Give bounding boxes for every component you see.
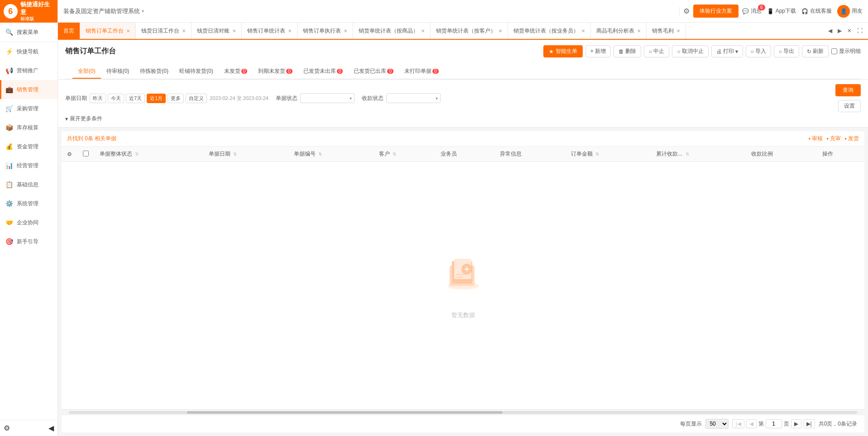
- show-detail-checkbox[interactable]: [831, 48, 837, 54]
- smart-create-btn[interactable]: ★ 智能生单: [543, 45, 583, 57]
- select-all-checkbox[interactable]: [83, 151, 89, 156]
- review-action-btn[interactable]: 审核: [808, 135, 823, 142]
- sort-icon[interactable]: ⇅: [595, 152, 599, 156]
- tab-close-icon[interactable]: ✕: [232, 28, 236, 33]
- sort-icon[interactable]: ⇅: [686, 152, 689, 156]
- tab-close-all-btn[interactable]: ✕: [845, 27, 854, 35]
- horizontal-scrollbar[interactable]: [62, 409, 864, 415]
- expand-more-btn[interactable]: ▾ 展开更多条件: [65, 115, 861, 123]
- subtab-pending-pick[interactable]: 待拣验货(0): [134, 65, 174, 79]
- export-btn[interactable]: ○ 导出: [774, 45, 799, 57]
- tab-close-icon[interactable]: ✕: [344, 28, 347, 33]
- sidebar-item-sales[interactable]: 💼 销售管理: [0, 80, 58, 99]
- tab-margin-analysis[interactable]: 商品毛利分析表 ✕: [591, 23, 647, 39]
- print-btn[interactable]: 🖨 打印 ▾: [711, 45, 743, 57]
- sidebar-item-purchase[interactable]: 🛒 采购管理: [0, 99, 58, 118]
- date-btn-more[interactable]: 更多: [168, 94, 184, 103]
- page-prev-btn[interactable]: ◀: [746, 419, 757, 428]
- message-btn[interactable]: 💬 消息 6: [742, 7, 762, 15]
- tab-close-icon[interactable]: ✕: [126, 28, 130, 33]
- stop-btn[interactable]: ○ 中止: [644, 45, 669, 57]
- collapse-icon[interactable]: ◀: [48, 424, 54, 432]
- query-btn[interactable]: 查询: [835, 84, 861, 96]
- sidebar-item-search[interactable]: 🔍 搜索菜单: [0, 23, 58, 42]
- th-checkbox[interactable]: [77, 147, 94, 162]
- sort-icon[interactable]: ⇅: [135, 152, 139, 156]
- tab-sales-product[interactable]: 销货单统计表（按商品） ✕: [353, 23, 431, 39]
- tab-close-icon[interactable]: ✕: [637, 28, 641, 33]
- tab-close-icon[interactable]: ✕: [581, 28, 585, 33]
- tab-home[interactable]: 首页: [58, 23, 80, 39]
- sidebar-item-base[interactable]: 📋 基础信息: [0, 175, 58, 194]
- subtab-wangpu[interactable]: 旺铺待发货(0): [174, 65, 219, 79]
- page-last-btn[interactable]: ▶|: [803, 419, 815, 428]
- settings-btn[interactable]: ⚙: [683, 7, 690, 15]
- sort-icon[interactable]: ⇅: [318, 152, 322, 156]
- page-number-input[interactable]: [766, 419, 782, 428]
- sidebar-item-quicknav[interactable]: ⚡ 快捷导航: [0, 42, 58, 61]
- tab-sales-order[interactable]: 销售订单工作台 ✕: [80, 23, 136, 40]
- sort-icon[interactable]: ⇅: [393, 152, 396, 156]
- sort-icon[interactable]: ⇅: [233, 152, 237, 156]
- date-btn-7days[interactable]: 近7天: [126, 94, 145, 103]
- date-btn-today[interactable]: 今天: [108, 94, 124, 103]
- tab-close-icon[interactable]: ✕: [421, 28, 425, 33]
- cancel-review-action-btn[interactable]: 充审: [826, 135, 841, 142]
- page-suffix: 页: [784, 420, 789, 428]
- ship-action-btn[interactable]: 发货: [844, 135, 859, 142]
- tab-close-icon[interactable]: ✕: [182, 28, 186, 33]
- table-header-row: ⚙ 单据整体状态 ⇅ 单据日期 ⇅: [62, 147, 864, 162]
- tab-sales-exec[interactable]: 销售订单执行表 ✕: [297, 23, 353, 39]
- status-select[interactable]: [300, 93, 355, 103]
- collection-select[interactable]: [386, 93, 441, 103]
- th-settings[interactable]: ⚙: [62, 147, 77, 162]
- sidebar-item-management[interactable]: 📊 经营管理: [0, 156, 58, 175]
- tab-next-btn[interactable]: ▶: [836, 27, 844, 35]
- show-detail-checkbox-label[interactable]: 显示明细: [831, 47, 861, 55]
- trial-btn[interactable]: 体验行业方案: [693, 5, 739, 18]
- sidebar-item-inventory[interactable]: 📦 库存核算: [0, 118, 58, 137]
- subtab-shipped-nostockout[interactable]: 已发货未出库0: [298, 65, 349, 79]
- tab-sales-staff[interactable]: 销货单统计表（按业务员） ✕: [508, 23, 591, 39]
- sidebar-item-system[interactable]: ⚙️ 系统管理: [0, 194, 58, 213]
- online-service-btn[interactable]: 🎧 在线客服: [801, 7, 832, 15]
- tab-prev-btn[interactable]: ◀: [826, 27, 834, 35]
- tab-close-icon[interactable]: ✕: [288, 28, 292, 33]
- subtab-pending-review[interactable]: 待审核(0): [101, 65, 135, 79]
- tab-close-icon[interactable]: ✕: [499, 28, 502, 33]
- tab-sales-margin[interactable]: 销售毛利 ✕: [647, 23, 686, 39]
- sidebar-item-marketing[interactable]: 📢 营销推广: [0, 61, 58, 80]
- cancel-stop-btn[interactable]: ○ 取消中止: [672, 45, 708, 57]
- tab-close-icon[interactable]: ✕: [676, 28, 680, 33]
- tab-sales-customer[interactable]: 销货单统计表（按客户） ✕: [431, 23, 508, 39]
- tab-reconcile[interactable]: 钱货日清对账 ✕: [192, 23, 242, 39]
- delete-btn[interactable]: 🗑 删除: [614, 45, 641, 57]
- subtab-unshipped[interactable]: 未发货0: [219, 65, 253, 79]
- date-btn-custom[interactable]: 自定义: [186, 94, 207, 103]
- subtab-shipped-stockout[interactable]: 已发货已出库0: [348, 65, 399, 79]
- add-btn[interactable]: + 新增: [585, 45, 611, 57]
- sidebar-item-guide[interactable]: 🎯 新手引导: [0, 232, 58, 251]
- scrollbar-thumb[interactable]: [187, 411, 502, 414]
- subtab-unprinted[interactable]: 未打印单据0: [399, 65, 444, 79]
- refresh-btn[interactable]: ↻ 刷新: [802, 45, 829, 57]
- date-quick-btns: 昨天 今天 近7天 近1月 更多 自定义: [90, 94, 207, 103]
- page-size-select[interactable]: 50 100: [705, 419, 729, 429]
- set-btn[interactable]: 设置: [838, 100, 861, 112]
- user-menu[interactable]: 👤 用友: [837, 5, 863, 18]
- sidebar-item-collab[interactable]: 🤝 企业协同: [0, 213, 58, 232]
- app-download-btn[interactable]: 📱 App下载: [767, 7, 796, 15]
- page-next-btn[interactable]: ▶: [791, 419, 801, 428]
- date-btn-1month[interactable]: 近1月: [147, 94, 166, 103]
- tab-sales-stat[interactable]: 销售订单统计表 ✕: [242, 23, 297, 39]
- tab-fullscreen-btn[interactable]: ⛶: [855, 27, 864, 35]
- tab-daily-cash[interactable]: 钱货日清工作台 ✕: [136, 23, 192, 39]
- settings-icon[interactable]: ⚙: [4, 424, 10, 432]
- sidebar-item-finance[interactable]: 💰 资金管理: [0, 137, 58, 156]
- system-title-dropdown[interactable]: 装备及固定资产辅助管理系统 ▾: [63, 7, 144, 15]
- subtab-overdue[interactable]: 到期未发货0: [253, 65, 298, 79]
- date-btn-yesterday[interactable]: 昨天: [90, 94, 106, 103]
- page-first-btn[interactable]: |◀: [732, 419, 744, 428]
- subtab-all[interactable]: 全部(0): [72, 65, 101, 79]
- import-btn[interactable]: ○ 导入: [746, 45, 771, 57]
